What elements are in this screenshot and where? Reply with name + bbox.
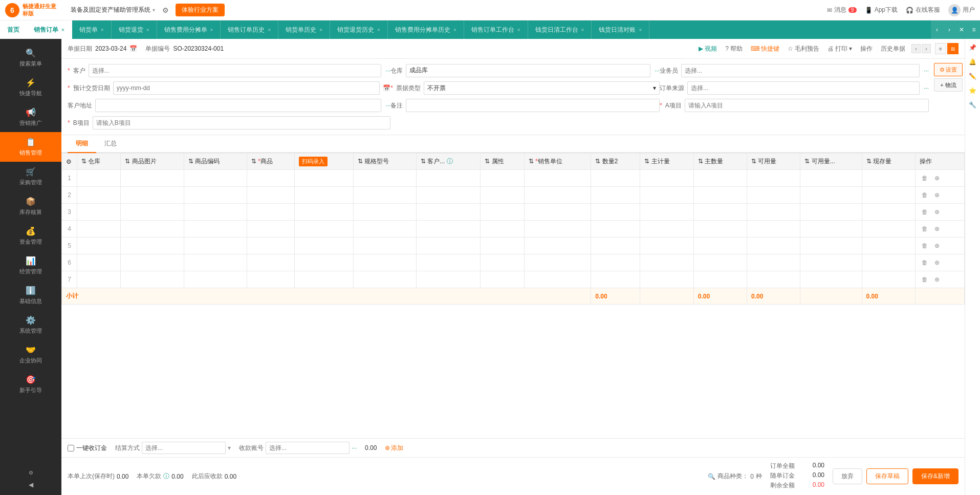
nav-prev-button[interactable]: ‹	[931, 20, 943, 39]
nav-tab-sales-invoice[interactable]: 销货单 ×	[72, 20, 112, 39]
collection-account-input[interactable]	[266, 442, 350, 454]
row-unit-1[interactable]	[524, 170, 591, 187]
sidebar-item-finance[interactable]: 💰 资金管理	[0, 221, 61, 251]
info-icon[interactable]: ⓘ	[447, 158, 453, 165]
payment-chevron-icon[interactable]: ▾	[228, 444, 231, 451]
sidebar-item-marketing[interactable]: 📢 营销推广	[0, 102, 61, 132]
sort-icon[interactable]: ⇅	[698, 158, 703, 165]
close-tab-icon[interactable]: ×	[210, 27, 213, 33]
copy-row-button[interactable]: ⊕	[932, 241, 942, 251]
delivery-date-input[interactable]	[113, 81, 380, 95]
sidebar-item-guide[interactable]: 🎯 新手引导	[0, 370, 61, 399]
sidebar-item-quicknav[interactable]: ⚡ 快捷导航	[0, 73, 61, 102]
row-qty2-2[interactable]	[591, 187, 640, 204]
salesperson-input[interactable]	[681, 64, 920, 77]
delete-row-button[interactable]: 🗑	[920, 241, 930, 251]
order-source-dots-button[interactable]: ···	[924, 84, 929, 92]
record-next-button[interactable]: ›	[922, 44, 931, 53]
copy-row-button[interactable]: ⊕	[932, 207, 942, 217]
tab-summary[interactable]: 汇总	[96, 135, 125, 153]
row-custcode-2[interactable]	[416, 187, 480, 204]
sort-icon[interactable]: ⇅	[595, 158, 600, 165]
address-dots-button[interactable]: ···	[385, 102, 390, 109]
nav-tab-invoice-history[interactable]: 销货单历史 ×	[278, 20, 330, 39]
message-item[interactable]: ✉ 消息 9	[827, 6, 857, 14]
close-tab-icon[interactable]: ×	[61, 27, 64, 33]
tab-detail[interactable]: 明细	[68, 135, 96, 153]
sort-icon[interactable]: ⇅	[485, 158, 490, 165]
sort-icon[interactable]: ⇅	[251, 158, 256, 165]
pin-tool-button[interactable]: 📌	[966, 41, 979, 54]
operation-button[interactable]: 操作	[858, 44, 875, 54]
nav-tab-order-history[interactable]: 销售订单历史 ×	[221, 20, 278, 39]
print-button[interactable]: 🖨 打印 ▾	[825, 44, 854, 54]
sort-icon[interactable]: ⇅	[751, 158, 756, 165]
sort-icon[interactable]: ⇅	[421, 158, 426, 165]
edit-tool-button[interactable]: ✏️	[966, 70, 979, 83]
delete-row-button[interactable]: 🗑	[920, 173, 930, 183]
nav-tab-sales-return[interactable]: 销货退货 ×	[112, 20, 157, 39]
row-attr-2[interactable]	[481, 187, 524, 204]
copy-row-button[interactable]: ⊕	[932, 224, 942, 234]
record-prev-button[interactable]: ‹	[911, 44, 921, 53]
nav-tab-return-history[interactable]: 销货退货历史 ×	[330, 20, 388, 39]
remark-input[interactable]	[406, 99, 660, 112]
nav-tab-sales-expense[interactable]: 销售费用分摊单 ×	[157, 20, 221, 39]
print-chevron-icon[interactable]: ▾	[849, 45, 852, 52]
star-tool-button[interactable]: ⭐	[966, 84, 979, 97]
save-draft-button[interactable]: 保存草稿	[866, 468, 908, 484]
app-download-item[interactable]: 📱 App下载	[865, 6, 898, 14]
row-custcode-1[interactable]	[416, 170, 480, 187]
help-button[interactable]: ? 帮助	[723, 44, 745, 54]
row-warehouse-2[interactable]	[77, 187, 121, 204]
delete-row-button[interactable]: 🗑	[920, 207, 930, 217]
calendar-icon[interactable]: 📅	[129, 45, 137, 52]
sort-icon[interactable]: ⇅	[81, 158, 86, 165]
copy-row-button[interactable]: ⊕	[932, 190, 942, 200]
close-tab-icon[interactable]: ×	[319, 27, 322, 33]
history-button[interactable]: 历史单据	[879, 44, 907, 54]
row-attr-1[interactable]	[481, 170, 524, 187]
copy-row-button[interactable]: ⊕	[932, 257, 942, 268]
close-tab-icon[interactable]: ×	[453, 27, 456, 33]
system-name-chevron-icon[interactable]: ▾	[153, 7, 155, 13]
row-code-1[interactable]	[184, 170, 247, 187]
sort-icon[interactable]: ⇅	[804, 158, 810, 165]
sidebar-collapse-button[interactable]: ◀	[26, 480, 36, 490]
close-tab-icon[interactable]: ×	[268, 27, 271, 33]
nav-tab-expense-history[interactable]: 销售费用分摊单历史 ×	[388, 20, 464, 39]
invoice-type-select[interactable]: 不开票 ▾	[424, 81, 660, 95]
delete-row-button[interactable]: 🗑	[920, 257, 930, 268]
profit-button[interactable]: ☆ 毛利预告	[786, 44, 821, 54]
bell-tool-button[interactable]: 🔔	[966, 55, 979, 69]
scan-input-button[interactable]: 扫码录入	[299, 157, 328, 166]
row-code-2[interactable]	[184, 187, 247, 204]
one-click-deposit-checkbox[interactable]	[68, 445, 74, 451]
settings-button[interactable]: ⚙ 设置	[934, 63, 963, 76]
sort-icon[interactable]: ⇅	[358, 158, 363, 165]
industry-solution-button[interactable]: 体验行业方案	[176, 4, 225, 16]
close-tab-icon[interactable]: ×	[581, 27, 584, 33]
close-tab-icon[interactable]: ×	[146, 27, 149, 33]
row-mainqty-1[interactable]	[693, 170, 747, 187]
nav-tab-home[interactable]: 首页	[0, 20, 27, 39]
settings-gear-button[interactable]: ⚙	[159, 4, 171, 16]
customer-address-input[interactable]	[95, 99, 381, 112]
customer-input[interactable]	[89, 64, 381, 77]
a-project-input[interactable]	[685, 99, 929, 112]
row-qty2-1[interactable]	[591, 170, 640, 187]
list-view-button[interactable]: ≡	[935, 43, 946, 54]
sidebar-item-operations[interactable]: 📊 经营管理	[0, 251, 61, 281]
online-service-item[interactable]: 🎧 在线客服	[906, 6, 940, 14]
sort-icon[interactable]: ⇅	[529, 158, 534, 165]
payment-method-input[interactable]	[142, 442, 226, 454]
sort-icon[interactable]: ⇅	[125, 158, 130, 165]
shortcut-button[interactable]: ⌨ 快捷键	[749, 44, 781, 54]
row-warehouse-1[interactable]	[77, 170, 121, 187]
view-video-button[interactable]: ▶ 视频	[696, 44, 719, 54]
b-project-input[interactable]	[93, 116, 390, 130]
order-source-input[interactable]	[687, 81, 920, 95]
delete-row-button[interactable]: 🗑	[920, 224, 930, 234]
sort-icon[interactable]: ⇅	[644, 158, 649, 165]
close-tab-icon[interactable]: ×	[639, 27, 642, 33]
